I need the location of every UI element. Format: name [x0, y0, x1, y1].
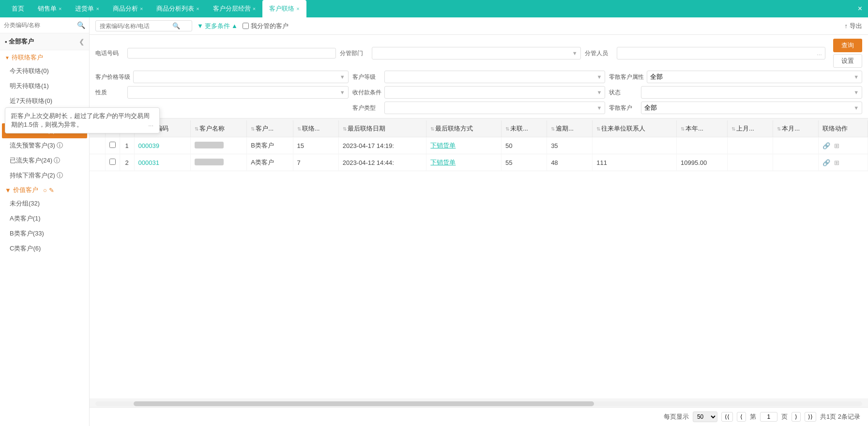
dept-arrow: ▼ — [572, 50, 578, 56]
customer-table: ⚙ 客户编码 客户名称 客户... 联络... 最后联络日期 最后联络方式 未联… — [90, 120, 868, 171]
price-level-label: 客户价格等级 — [95, 73, 130, 81]
last-page-btn[interactable]: ⟩⟩ — [805, 412, 816, 422]
sidebar-value-group[interactable]: ▼ 价值客户 ○ ✎ — [0, 183, 89, 196]
per-page-label: 每页显示 — [664, 412, 689, 421]
price-level-select[interactable]: ▼ — [133, 71, 349, 83]
nav-close-purchase[interactable]: × — [96, 0, 99, 17]
row1-link-icon[interactable]: 🔗 — [822, 142, 830, 149]
nav-close-product-list[interactable]: × — [196, 0, 199, 17]
nav-home[interactable]: 首页 — [5, 0, 31, 17]
nav-sales-order[interactable]: 销售单 × — [31, 0, 68, 17]
phone-input[interactable] — [127, 48, 336, 59]
col-unit-contact: 往来单位联系人 — [593, 120, 677, 137]
declining-icon: ⓘ — [57, 172, 63, 179]
row2-method-link[interactable]: 下销货单 — [430, 159, 456, 166]
gender-select[interactable]: ▼ — [127, 86, 349, 99]
sidebar-group-pending[interactable]: ▼ 待联络客户 — [0, 50, 89, 64]
col-no-contact: 未联... — [502, 120, 547, 137]
filter-cell-gender: 性质 ▼ — [95, 86, 349, 99]
sidebar-item-today[interactable]: 今天待联络(0) — [0, 64, 89, 79]
nav-customer-tiering[interactable]: 客户分层经营 × — [206, 0, 262, 17]
more-conditions-btn[interactable]: ▼ 更多条件 ▲ — [197, 22, 238, 30]
window-close-button[interactable]: × — [858, 4, 862, 13]
customer-level-select[interactable]: ▼ — [384, 71, 606, 83]
edit-icon[interactable]: ✎ — [49, 187, 54, 194]
row2-grid-icon[interactable]: ⊞ — [834, 159, 839, 166]
filter-bar: 🔍 ▼ 更多条件 ▲ 我分管的客户 ↑ 导出 — [90, 17, 868, 35]
row2-code[interactable]: 000031 — [134, 154, 190, 171]
total-records-label: 共1页 2条记录 — [820, 412, 860, 421]
search-input[interactable] — [100, 23, 172, 29]
sidebar-collapse-btn[interactable]: ❮ — [79, 38, 84, 45]
filter-cell-retail-customer: 零散客户 全部 ▼ — [609, 102, 862, 114]
pagination-bar: 每页显示 50 20 100 ⟨⟨ ⟨ 第 页 ⟩ ⟩⟩ 共1页 2条记录 — [90, 407, 868, 426]
nav-product-analysis[interactable]: 商品分析 × — [106, 0, 150, 17]
sidebar-item-churn-warning[interactable]: 流失预警客户(3) ⓘ — [0, 138, 89, 153]
row2-last-month — [728, 154, 773, 171]
sidebar-item-7days[interactable]: 近7天待联络(0) — [0, 94, 89, 109]
nav-close-product-analysis[interactable]: × — [140, 0, 143, 17]
manager-select[interactable]: … — [617, 47, 825, 59]
sidebar-search-input[interactable] — [4, 22, 77, 29]
row1-last-contact-date: 2023-04-17 14:19: — [338, 137, 426, 154]
row1-checkbox — [105, 137, 120, 154]
sidebar-item-ungrouped[interactable]: 未分组(32) — [0, 196, 89, 211]
sidebar-all-customers[interactable]: ▪ 全部客户 ❮ — [0, 33, 89, 50]
sidebar-item-a-class[interactable]: A类客户(1) — [0, 211, 89, 226]
row1-method-link[interactable]: 下销货单 — [430, 142, 456, 149]
circle-icon: ○ — [43, 187, 47, 194]
row2-select[interactable] — [109, 159, 116, 165]
row2-type: A类客户 — [247, 154, 293, 171]
tooltip-box: 距客户上次交易时长，超过了此客户的平均交易周期的1.5倍，则视为异常。 ... — [5, 107, 90, 133]
row1-grid-icon[interactable]: ⊞ — [834, 142, 839, 149]
filter-row-2: 客户价格等级 ▼ 客户等级 ▼ 零散客户属性 全部 — [95, 71, 862, 83]
payment-select[interactable]: ▼ — [384, 86, 606, 99]
nav-purchase-order[interactable]: 进货单 × — [68, 0, 106, 17]
nav-close-tiering[interactable]: × — [253, 0, 256, 17]
nav-close-contact[interactable]: × — [296, 0, 299, 17]
settings-button[interactable]: 设置 — [833, 54, 862, 68]
top-navigation: 首页 销售单 × 进货单 × 商品分析 × 商品分析列表 × 客户分层经营 × … — [0, 0, 868, 17]
row2-link-icon[interactable]: 🔗 — [822, 159, 830, 166]
row1-select[interactable] — [109, 142, 116, 148]
export-button[interactable]: ↑ 导出 — [845, 22, 863, 30]
retail-attr-label: 零散客户属性 — [609, 73, 644, 81]
page-input[interactable] — [760, 412, 777, 422]
nav-close-sales[interactable]: × — [59, 0, 61, 17]
page-end-label: 页 — [781, 412, 788, 421]
sidebar-item-churned[interactable]: 已流失客户(24) ⓘ — [0, 153, 89, 168]
nav-product-analysis-list[interactable]: 商品分析列表 × — [150, 0, 206, 17]
payment-label: 收付款条件 — [352, 88, 381, 97]
dept-select[interactable]: ▼ — [372, 47, 580, 59]
phone-label: 电话号码 — [95, 49, 124, 58]
query-button[interactable]: 查询 — [833, 39, 862, 52]
my-customers-checkbox[interactable] — [243, 23, 249, 29]
retail-customer-select[interactable]: 全部 ▼ — [641, 102, 862, 114]
retail-attr-select[interactable]: 全部 ▼ — [647, 71, 862, 83]
filter-row-4: ... 客户类型 ▼ 零散客户 全部 ▼ — [95, 102, 862, 114]
filter-cell-customer-level: 客户等级 ▼ — [352, 71, 606, 83]
row1-settings — [90, 137, 105, 154]
row1-no: 1 — [120, 137, 134, 154]
manager-arrow: … — [817, 50, 822, 56]
first-page-btn[interactable]: ⟨⟨ — [721, 412, 733, 422]
col-last-contact-method: 最后联络方式 — [426, 120, 502, 137]
horizontal-scrollbar[interactable] — [95, 401, 862, 406]
row1-unit-contact — [593, 137, 677, 154]
per-page-select[interactable]: 50 20 100 — [693, 411, 717, 422]
sidebar-item-b-class[interactable]: B类客户(33) — [0, 226, 89, 241]
nav-customer-contact[interactable]: 客户联络 × — [262, 0, 306, 17]
export-icon: ↑ — [845, 22, 848, 29]
status-select[interactable]: ▼ — [641, 86, 862, 99]
sidebar-item-c-class[interactable]: C类客户(6) — [0, 241, 89, 256]
sidebar-item-declining[interactable]: 持续下滑客户(2) ⓘ — [0, 168, 89, 183]
row2-checkbox — [105, 154, 120, 171]
row1-code[interactable]: 000039 — [134, 137, 190, 154]
row2-actions: 🔗 ⊞ — [819, 154, 868, 171]
scroll-thumb[interactable] — [134, 401, 594, 406]
next-page-btn[interactable]: ⟩ — [792, 412, 801, 422]
customer-type-select[interactable]: ▼ — [384, 102, 606, 114]
sidebar-item-tomorrow[interactable]: 明天待联络(1) — [0, 79, 89, 94]
prev-page-btn[interactable]: ⟨ — [737, 412, 746, 422]
sidebar-search-bar: 🔍 — [0, 17, 89, 33]
